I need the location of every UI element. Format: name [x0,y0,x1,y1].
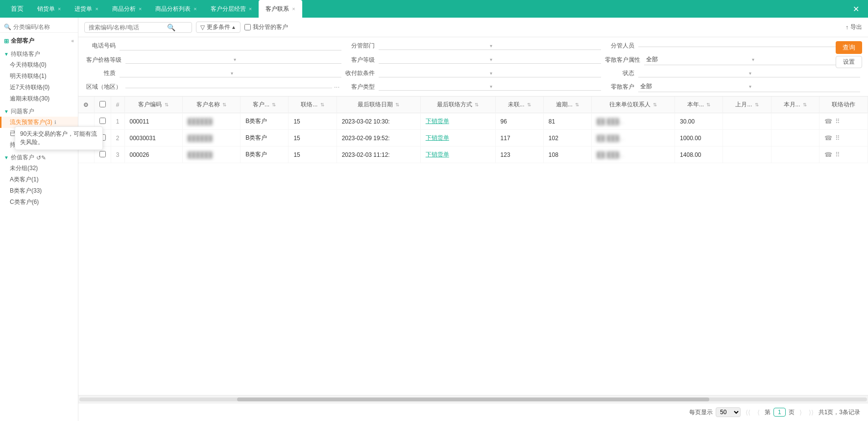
row-overdue: 102 [543,130,591,147]
header-this-month[interactable]: 本月... ⇅ [771,97,819,113]
tab-product-analysis-list[interactable]: 商品分析列表 × [148,0,203,18]
close-tab-customer-seg[interactable]: × [249,6,252,12]
filter-payment: 收付款条件 ▾ [345,69,601,77]
tab-sales-order[interactable]: 销货单 × [30,0,68,18]
refresh-icon-value[interactable]: ↺ [36,154,41,161]
row-contact-count: 15 [289,113,337,130]
sidebar-search-icon: 🔍 [4,24,11,30]
row-last-date: 2023-03-02 10:30: [337,113,420,130]
info-icon-churn[interactable]: ℹ [54,120,56,125]
zero-attr-select[interactable]: 全部 ▾ [644,54,860,65]
gear-settings-col[interactable]: ⚙ [78,97,94,113]
tab-product-analysis[interactable]: 商品分析 × [105,0,148,18]
sidebar-search-input[interactable] [13,24,74,30]
sidebar-group-problem[interactable]: ▼ 问题客户 [0,104,78,117]
zero-retail-chevron: ▾ [749,84,858,89]
last-method-link[interactable]: 下销货单 [426,151,449,158]
customer-type-select[interactable]: ▾ [379,83,601,91]
filter-row-4: 区域（地区） ··· 客户类型 ▾ 零散客户 全部 [86,81,860,92]
action-phone-icon[interactable]: ☎ [824,134,832,142]
tab-purchase-order[interactable]: 进货单 × [68,0,105,18]
region-select[interactable] [125,86,332,88]
zero-retail-select[interactable]: 全部 ▾ [638,81,860,92]
header-overdue[interactable]: 逾期... ⇅ [543,97,591,113]
customer-grade-select[interactable]: ▾ [379,56,601,64]
search-button[interactable]: 🔍 [167,24,175,31]
last-method-link[interactable]: 下销货单 [426,134,449,141]
header-last-month[interactable]: 上月... ⇅ [723,97,771,113]
more-conditions-button[interactable]: ▽ 更多条件 ▲ [196,22,241,33]
sidebar-group-waiting[interactable]: ▼ 待联络客户 [0,47,78,59]
sidebar-item-7days[interactable]: 近7天待联络(0) [0,82,78,93]
row-checkbox[interactable] [99,151,106,157]
close-tab-customer-contact[interactable]: × [292,6,295,12]
action-phone-icon[interactable]: ☎ [824,151,832,158]
staff-select[interactable] [638,45,851,47]
close-tab-product-analysis[interactable]: × [139,6,142,12]
prev-page-button[interactable]: ⟨ [755,409,762,416]
action-more-icon[interactable]: ⠿ [835,118,840,125]
sidebar-item-ungrouped[interactable]: 未分组(32) [0,163,78,174]
search-input[interactable] [89,24,167,31]
scrollbar-track[interactable] [79,397,867,401]
horizontal-scrollbar[interactable] [78,395,868,403]
action-more-icon[interactable]: ⠿ [835,151,840,158]
close-tab-product-list[interactable]: × [193,6,196,12]
first-page-button[interactable]: ⟨⟨ [744,409,752,416]
price-grade-select[interactable]: ▾ [125,56,341,64]
status-select[interactable]: ▾ [638,70,860,77]
sidebar-item-today[interactable]: 今天待联络(0) [0,59,78,71]
row-uncontact: 117 [495,130,543,147]
action-phone-icon[interactable]: ☎ [824,118,832,125]
sidebar-collapse-icon[interactable]: « [71,38,74,44]
close-tab-purchase[interactable]: × [95,6,98,12]
scrollbar-thumb[interactable] [237,397,710,401]
row-name: ██████ [182,113,240,130]
sidebar-group-value[interactable]: ▼ 价值客户 ↺ ✎ [0,150,78,163]
filter-zero-retail: 零散客户 全部 ▾ [605,81,860,92]
last-page-button[interactable]: ⟩⟩ [807,409,816,416]
row-contacts: ██ ███... [592,113,675,130]
header-last-date[interactable]: 最后联络日期 ⇅ [337,97,420,113]
region-dots[interactable]: ··· [332,83,342,91]
sidebar-all-customers[interactable]: ⊞ 全部客户 « [0,35,78,47]
action-more-icon[interactable]: ⠿ [835,134,840,142]
header-uncontact[interactable]: 未联... ⇅ [495,97,543,113]
close-tab-sales[interactable]: × [58,6,61,12]
export-button[interactable]: ↑ 导出 [845,23,862,31]
settings-button[interactable]: 设置 [836,56,862,68]
sidebar-item-class-b[interactable]: B类客户(33) [0,185,78,197]
filter-dept: 分管部门 ▾ [345,42,601,50]
header-type[interactable]: 客户... ⇅ [241,97,289,113]
header-contact-count[interactable]: 联络... ⇅ [289,97,337,113]
header-contacts-person[interactable]: 往来单位联系人 ⇅ [592,97,675,113]
sort-icon-contacts: ⇅ [653,102,657,107]
dept-select[interactable]: ▾ [379,42,601,50]
query-button[interactable]: 查询 [836,41,862,54]
next-page-button[interactable]: ⟩ [797,409,804,416]
last-method-link[interactable]: 下销货单 [426,118,449,124]
sidebar-search-wrap: 🔍 [0,22,78,33]
header-name[interactable]: 客户名称 ⇅ [182,97,240,113]
header-code[interactable]: 客户编码 ⇅ [124,97,182,113]
phone-input[interactable] [120,41,341,50]
sidebar-item-class-c[interactable]: C类客户(6) [0,197,78,208]
tab-customer-segmentation[interactable]: 客户分层经营 × [204,0,259,18]
per-page-select[interactable]: 50 100 [716,407,741,417]
nature-select[interactable]: ▾ [120,70,341,77]
payment-select[interactable]: ▾ [379,70,601,77]
sidebar-item-class-a[interactable]: A类客户(1) [0,174,78,185]
sidebar-item-tomorrow[interactable]: 明天待联络(1) [0,71,78,82]
arrow-icon-3: ▼ [4,155,9,160]
customer-grade-chevron: ▾ [490,57,599,62]
select-all-checkbox[interactable] [99,101,106,107]
header-last-method[interactable]: 最后联络方式 ⇅ [420,97,495,113]
edit-icon-value[interactable]: ✎ [41,154,46,161]
header-year-amount[interactable]: 本年... ⇅ [675,97,723,113]
row-checkbox[interactable] [99,118,106,124]
app-close-button[interactable]: ✕ [848,4,864,14]
my-customers-checkbox[interactable] [244,24,251,30]
tab-home[interactable]: 首页 [4,4,30,13]
tab-customer-contact[interactable]: 客户联系 × [259,0,302,18]
sidebar-item-overdue[interactable]: 逾期未联络(30) [0,93,78,104]
